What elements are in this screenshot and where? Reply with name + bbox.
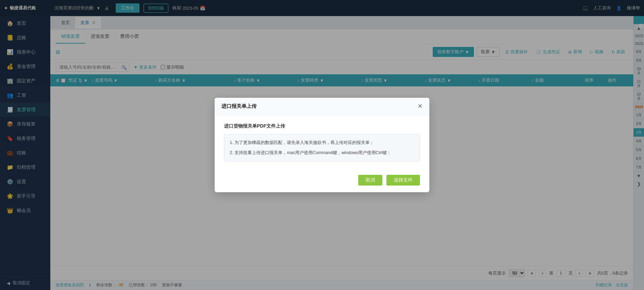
modal-info-box: 1. 为了更加稀疏的数据匹配，请先录入海关缴款书，再上传对应的报关单； 2. 支… [224, 134, 420, 161]
modal-instruction-2: 2. 支持批量上传进口报关单，mac用户使用Command键，windows用户… [230, 149, 414, 156]
modal-overlay: 进口报关单上传 ✕ 进口货物报关单PDF文件上传 1. 为了更加稀疏的数据匹配，… [0, 0, 644, 290]
modal-close-button[interactable]: ✕ [418, 103, 423, 109]
modal-header: 进口报关单上传 ✕ [215, 98, 429, 115]
modal-instruction-1: 1. 为了更加稀疏的数据匹配，请先录入海关缴款书，再上传对应的报关单； [230, 139, 414, 146]
modal-title: 进口报关单上传 [221, 103, 257, 110]
modal-cancel-button[interactable]: 取消 [358, 175, 382, 186]
modal-footer: 取消 选择文件 [215, 169, 429, 192]
modal-body: 进口货物报关单PDF文件上传 1. 为了更加稀疏的数据匹配，请先录入海关缴款书，… [215, 115, 429, 169]
modal-section-title: 进口货物报关单PDF文件上传 [224, 123, 420, 129]
import-customs-modal: 进口报关单上传 ✕ 进口货物报关单PDF文件上传 1. 为了更加稀疏的数据匹配，… [215, 98, 429, 192]
modal-select-file-button[interactable]: 选择文件 [386, 175, 420, 186]
